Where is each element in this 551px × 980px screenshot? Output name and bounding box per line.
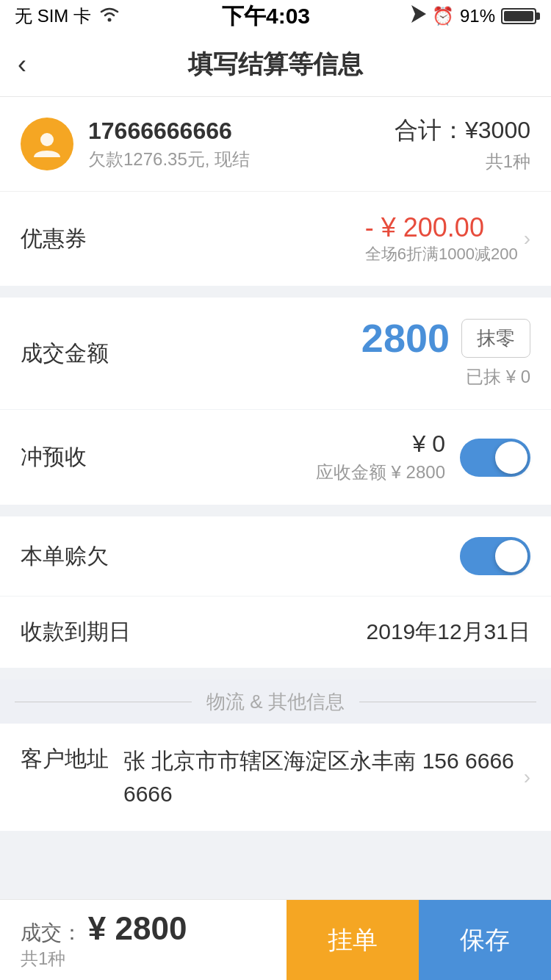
user-row: 17666666666 欠款1276.35元, 现结 合计：¥3000 共1种 (0, 97, 551, 192)
bottom-summary: 成交： ¥ 2800 共1种 (0, 910, 287, 970)
pre-collect-sub: 应收金额 ¥ 2800 (316, 461, 445, 484)
arrears-toggle-knob (495, 540, 527, 572)
pre-collect-label: 冲预收 (21, 442, 87, 472)
user-info-card: 17666666666 欠款1276.35元, 现结 合计：¥3000 共1种 … (0, 97, 551, 286)
section-divider: 物流 & 其他信息 (0, 680, 551, 724)
pre-collect-amount: ¥ 0 (316, 430, 445, 458)
coupon-right: - ¥ 200.00 全场6折满1000减200 › (365, 212, 530, 265)
arrears-label: 本单赊欠 (21, 541, 109, 572)
pre-collect-row: 冲预收 ¥ 0 应收金额 ¥ 2800 (0, 410, 551, 505)
deal-amount-card: 成交金额 2800 抹零 已抹 ¥ 0 冲预收 ¥ 0 应收金额 ¥ 2800 (0, 298, 551, 505)
due-date-value: 2019年12月31日 (367, 617, 530, 647)
deal-amount-row: 成交金额 2800 抹零 已抹 ¥ 0 (0, 298, 551, 410)
svg-point-0 (108, 18, 112, 22)
user-total: 合计：¥3000 共1种 (395, 115, 530, 173)
status-time: 下午4:03 (222, 1, 310, 32)
due-date-label: 收款到期日 (21, 617, 131, 647)
user-phone: 17666666666 (88, 118, 395, 145)
sim-label: 无 SIM 卡 (15, 4, 91, 28)
arrears-card: 本单赊欠 收款到期日 2019年12月31日 (0, 516, 551, 668)
status-left: 无 SIM 卡 (15, 4, 120, 28)
total-amount: 合计：¥3000 (395, 115, 530, 147)
total-count: 共1种 (395, 150, 530, 173)
pre-collect-info: ¥ 0 应收金额 ¥ 2800 (316, 430, 445, 484)
back-button[interactable]: ‹ (18, 49, 26, 80)
battery-icon (501, 8, 536, 24)
page-title: 填写结算等信息 (188, 48, 363, 82)
alarm-icon: ⏰ (432, 6, 454, 26)
svg-marker-1 (411, 5, 426, 23)
address-label: 客户地址 (21, 744, 109, 774)
coupon-label: 优惠券 (21, 224, 87, 254)
content: 17666666666 欠款1276.35元, 现结 合计：¥3000 共1种 … (0, 97, 551, 931)
arrears-toggle[interactable] (460, 537, 530, 575)
battery-percent: 91% (460, 6, 495, 26)
wifi-icon (98, 6, 120, 26)
bottom-bar: 成交： ¥ 2800 共1种 挂单 保存 (0, 899, 551, 980)
bottom-count: 共1种 (21, 947, 266, 970)
coupon-row[interactable]: 优惠券 - ¥ 200.00 全场6折满1000减200 › (0, 192, 551, 286)
nav-bar: ‹ 填写结算等信息 (0, 32, 551, 97)
status-right: ⏰ 91% (411, 5, 536, 27)
toggle-knob (495, 442, 527, 474)
user-info: 17666666666 欠款1276.35元, 现结 (88, 118, 395, 171)
deal-amount-right: 2800 抹零 (361, 318, 530, 358)
svg-point-2 (40, 133, 54, 146)
section-divider-text: 物流 & 其他信息 (206, 689, 345, 715)
deal-amount-value: 2800 (361, 318, 450, 358)
save-button[interactable]: 保存 (419, 900, 551, 981)
avatar (21, 118, 73, 170)
hang-button[interactable]: 挂单 (287, 900, 419, 981)
coupon-desc: 全场6折满1000减200 (365, 243, 518, 265)
coupon-chevron-icon: › (524, 227, 530, 251)
user-debt: 欠款1276.35元, 现结 (88, 148, 395, 171)
coupon-discount: - ¥ 200.00 (365, 212, 518, 243)
bottom-deal-label: 成交： (21, 921, 82, 944)
arrears-row: 本单赊欠 (0, 516, 551, 597)
location-icon (411, 5, 426, 27)
address-content: 张 北京市市辖区海淀区永丰南 156 6666 6666 (123, 744, 524, 810)
due-date-row: 收款到期日 2019年12月31日 (0, 597, 551, 668)
address-card[interactable]: 客户地址 张 北京市市辖区海淀区永丰南 156 6666 6666 › (0, 724, 551, 831)
deal-amount-sub: 已抹 ¥ 0 (466, 365, 530, 389)
address-row[interactable]: 客户地址 张 北京市市辖区海淀区永丰南 156 6666 6666 › (0, 724, 551, 831)
round-button[interactable]: 抹零 (461, 319, 530, 358)
pre-collect-toggle[interactable] (460, 439, 530, 477)
status-bar: 无 SIM 卡 下午4:03 ⏰ 91% (0, 0, 551, 32)
bottom-amount: ¥ 2800 (88, 910, 187, 946)
address-chevron-icon: › (524, 765, 530, 789)
deal-amount-label: 成交金额 (21, 339, 109, 369)
